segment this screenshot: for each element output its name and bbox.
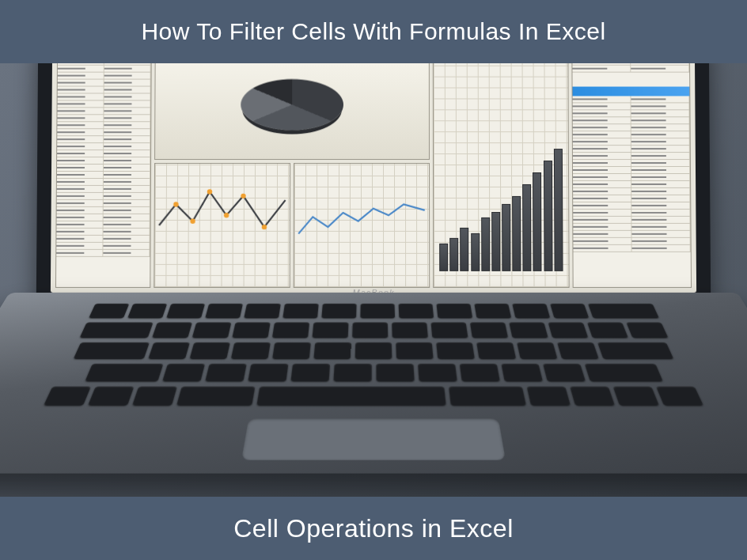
trend-line-icon <box>294 164 429 287</box>
svg-point-3 <box>224 213 229 218</box>
svg-point-5 <box>262 225 267 229</box>
line-chart-panel-2 <box>294 163 430 288</box>
excel-dashboard <box>51 63 696 293</box>
svg-point-0 <box>173 202 178 206</box>
line-chart-icon <box>154 164 290 287</box>
selection-highlight-icon <box>573 87 690 96</box>
trackpad-icon <box>241 418 506 460</box>
keyboard-icon <box>43 304 704 407</box>
line-chart-panel-1 <box>154 163 290 288</box>
laptop-screen: MacBook <box>36 63 711 301</box>
data-grid-left <box>55 63 152 288</box>
bottom-banner: Cell Operations in Excel <box>0 497 747 560</box>
pie-chart-icon <box>221 74 363 144</box>
svg-point-4 <box>241 194 245 199</box>
data-grid-right <box>571 63 692 288</box>
pie-chart-panel <box>154 63 430 160</box>
bar-chart-panel <box>433 63 570 288</box>
top-banner: How To Filter Cells With Formulas In Exc… <box>0 0 747 63</box>
laptop-illustration: MacBook <box>9 63 738 497</box>
laptop-keyboard-base <box>0 293 747 474</box>
page-subtitle: Cell Operations in Excel <box>233 514 513 543</box>
svg-point-2 <box>207 189 212 194</box>
hero-illustration: MacBook <box>0 63 747 497</box>
page-title: How To Filter Cells With Formulas In Exc… <box>141 18 605 45</box>
svg-point-1 <box>190 218 195 223</box>
